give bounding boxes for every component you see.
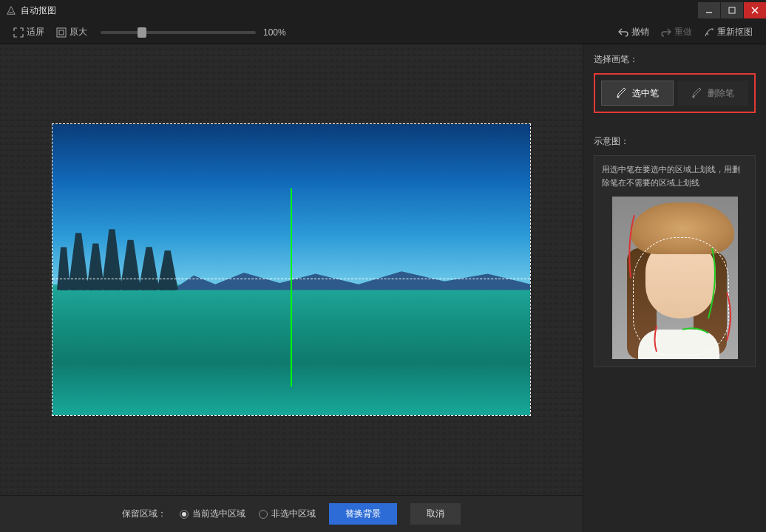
example-box: 用选中笔在要选中的区域上划线，用删除笔在不需要的区域上划线 xyxy=(594,155,756,367)
svg-rect-0 xyxy=(706,12,712,13)
radio-non-selection[interactable]: 非选中区域 xyxy=(259,508,316,520)
toolbar: 适屏 原大 100% 撤销 重做 重新抠图 xyxy=(0,21,766,44)
fit-screen-button[interactable]: 适屏 xyxy=(7,23,50,41)
maximize-button[interactable] xyxy=(721,2,743,18)
fit-icon xyxy=(13,27,24,38)
slider-thumb[interactable] xyxy=(138,27,146,38)
app-icon xyxy=(6,5,16,16)
image-frame[interactable] xyxy=(52,123,531,416)
svg-rect-3 xyxy=(59,30,64,35)
brush-icon xyxy=(691,87,703,99)
example-image xyxy=(612,197,738,359)
svg-rect-1 xyxy=(729,7,735,13)
image-trees xyxy=(52,226,186,290)
example-text: 用选中笔在要选中的区域上划线，用删除笔在不需要的区域上划线 xyxy=(602,163,748,189)
recutout-label: 重新抠图 xyxy=(717,26,753,38)
replace-background-button[interactable]: 替换背景 xyxy=(329,503,397,525)
original-size-button[interactable]: 原大 xyxy=(50,23,93,41)
radio-icon xyxy=(180,510,189,519)
window-controls xyxy=(697,2,766,18)
side-panel: 选择画笔： 选中笔 删除笔 示意图： 用选中笔在要选中的区域上划线，用删除笔在不… xyxy=(583,44,766,532)
recutout-icon xyxy=(704,27,714,38)
titlebar: 自动抠图 xyxy=(0,0,766,21)
undo-label: 撤销 xyxy=(631,26,649,38)
canvas-area: 保留区域： 当前选中区域 非选中区域 替换背景 取消 xyxy=(0,44,583,532)
svg-point-5 xyxy=(693,96,695,98)
bottom-bar: 保留区域： 当前选中区域 非选中区域 替换背景 取消 xyxy=(0,495,583,532)
redo-button[interactable]: 重做 xyxy=(655,23,698,41)
fit-label: 适屏 xyxy=(27,26,44,38)
brush-section-title: 选择画笔： xyxy=(594,53,756,66)
select-stroke-example xyxy=(708,248,715,318)
zoom-percent: 100% xyxy=(263,27,286,38)
original-label: 原大 xyxy=(70,26,87,38)
select-brush-button[interactable]: 选中笔 xyxy=(601,81,674,106)
radio-current-selection[interactable]: 当前选中区域 xyxy=(180,508,245,520)
lake-image xyxy=(52,124,530,415)
radio-non-label: 非选中区域 xyxy=(271,508,316,520)
remove-stroke-example xyxy=(654,326,657,352)
remove-stroke-example xyxy=(727,293,731,341)
selection-stroke xyxy=(291,188,292,386)
canvas-view xyxy=(0,44,583,495)
zoom-slider[interactable]: 100% xyxy=(101,27,286,38)
brush-selector-highlight: 选中笔 删除笔 xyxy=(594,73,756,113)
remove-brush-label: 删除笔 xyxy=(708,87,734,100)
example-section-title: 示意图： xyxy=(594,135,756,148)
minimize-button[interactable] xyxy=(698,2,720,18)
retain-label: 保留区域： xyxy=(122,508,166,520)
redo-icon xyxy=(661,27,671,38)
main-area: 保留区域： 当前选中区域 非选中区域 替换背景 取消 选择画笔： 选中笔 删除笔 xyxy=(0,44,766,532)
radio-current-label: 当前选中区域 xyxy=(192,508,245,520)
redo-label: 重做 xyxy=(674,26,692,38)
original-icon xyxy=(56,27,67,38)
close-button[interactable] xyxy=(744,2,766,18)
brush-icon xyxy=(616,87,628,99)
undo-icon xyxy=(618,27,628,38)
undo-button[interactable]: 撤销 xyxy=(612,23,655,41)
remove-stroke-example xyxy=(629,215,634,278)
recutout-button[interactable]: 重新抠图 xyxy=(698,23,759,41)
select-brush-label: 选中笔 xyxy=(632,87,659,100)
svg-point-4 xyxy=(617,96,619,98)
remove-brush-button[interactable]: 删除笔 xyxy=(678,81,749,106)
svg-rect-2 xyxy=(57,28,66,37)
slider-track[interactable] xyxy=(101,31,256,34)
cancel-button[interactable]: 取消 xyxy=(410,503,461,525)
window-title: 自动抠图 xyxy=(21,4,697,17)
select-stroke-example xyxy=(682,329,708,334)
radio-icon xyxy=(259,510,268,519)
